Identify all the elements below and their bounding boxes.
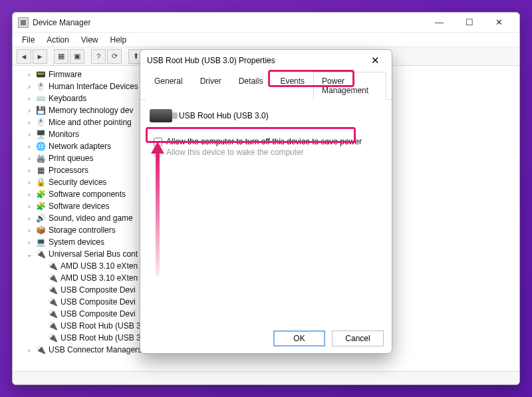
scan-button[interactable]: ⟳ xyxy=(107,49,122,64)
device-category-icon: 🌐 xyxy=(35,141,46,152)
properties-dialog: USB Root Hub (USB 3.0) Properties ✕ Gene… xyxy=(140,49,392,354)
device-category-icon: 💾 xyxy=(35,105,46,116)
expand-icon[interactable]: › xyxy=(25,179,34,186)
expand-icon[interactable]: › xyxy=(25,107,34,114)
device-category-icon: 🔌 xyxy=(35,344,46,355)
tree-item-label: Storage controllers xyxy=(49,225,116,235)
minimize-button[interactable]: — xyxy=(424,13,454,32)
device-category-icon: 🔌 xyxy=(47,309,58,319)
close-button[interactable]: ✕ xyxy=(484,13,514,32)
device-category-icon: 🧩 xyxy=(35,201,46,211)
tree-item-label: USB Composite Devi xyxy=(61,285,136,295)
tree-item-label: AMD USB 3.10 eXten xyxy=(61,273,138,283)
tree-item-label: USB Composite Devi xyxy=(61,297,136,307)
dialog-titlebar: USB Root Hub (USB 3.0) Properties ✕ xyxy=(140,50,392,71)
device-category-icon: 🔒 xyxy=(35,177,46,188)
expand-icon[interactable]: › xyxy=(25,71,34,78)
tab-general[interactable]: General xyxy=(146,72,192,100)
tab-power-management[interactable]: Power Management xyxy=(313,72,386,100)
ok-button[interactable]: OK xyxy=(273,331,325,346)
tree-item-label: USB Connector Managers xyxy=(49,345,142,354)
tree-item-label: USB Root Hub (USB 3. xyxy=(61,333,143,342)
device-category-icon: 📟 xyxy=(35,69,46,80)
expand-icon[interactable]: › xyxy=(25,203,34,210)
dialog-title: USB Root Hub (USB 3.0) Properties xyxy=(147,56,365,65)
device-category-icon: 💻 xyxy=(35,237,46,247)
tree-item-label: Memory technology dev xyxy=(49,106,133,115)
device-category-icon: 🔊 xyxy=(35,213,46,223)
toolbar-sep xyxy=(49,49,53,64)
tab-events[interactable]: Events xyxy=(271,72,313,100)
dialog-tabs: General Driver Details Events Power Mana… xyxy=(140,71,392,100)
statusbar xyxy=(13,371,519,384)
usb-plug-icon xyxy=(150,109,172,122)
menu-action[interactable]: Action xyxy=(41,34,74,46)
expand-icon[interactable]: › xyxy=(25,191,34,198)
device-category-icon: 🖱️ xyxy=(35,81,46,92)
show-hide-tree-button[interactable]: ▦ xyxy=(54,49,68,64)
expand-icon[interactable]: › xyxy=(25,131,34,138)
device-name-label: USB Root Hub (USB 3.0) xyxy=(179,111,269,120)
device-header-row: USB Root Hub (USB 3.0) xyxy=(150,109,382,122)
tree-item-label: USB Composite Devi xyxy=(61,309,136,319)
device-category-icon: 🖱️ xyxy=(35,117,46,128)
collapse-icon[interactable]: ⌄ xyxy=(25,251,34,258)
dialog-body: USB Root Hub (USB 3.0) Allow the compute… xyxy=(140,100,392,324)
expand-icon[interactable]: › xyxy=(25,155,34,162)
device-category-icon: 🔌 xyxy=(47,261,58,271)
device-category-icon: 🔌 xyxy=(35,249,46,259)
expand-icon[interactable]: › xyxy=(25,227,34,234)
tree-item-label: Sound, video and game xyxy=(49,213,133,223)
expand-icon[interactable]: › xyxy=(25,239,34,246)
expand-icon[interactable]: › xyxy=(25,215,34,222)
menu-file[interactable]: File xyxy=(17,34,40,46)
allow-wake-checkbox xyxy=(154,148,162,157)
maximize-button[interactable]: ☐ xyxy=(454,13,484,32)
app-icon xyxy=(18,17,29,28)
tree-item-label: Human Interface Devices xyxy=(49,82,138,91)
device-category-icon: 🔌 xyxy=(47,273,58,283)
expand-icon[interactable]: › xyxy=(25,143,34,150)
device-category-icon: 📦 xyxy=(35,225,46,235)
tab-driver[interactable]: Driver xyxy=(192,72,230,100)
menu-view[interactable]: View xyxy=(76,34,104,46)
device-category-icon: 🔌 xyxy=(47,332,58,343)
menubar: File Action View Help xyxy=(13,33,519,47)
tree-item-label: Processors xyxy=(49,166,88,175)
dialog-close-button[interactable]: ✕ xyxy=(365,55,385,66)
expand-icon[interactable]: › xyxy=(25,95,34,102)
dialog-button-row: OK Cancel xyxy=(140,324,392,353)
tree-item-label: Print queues xyxy=(49,154,93,163)
menu-help[interactable]: Help xyxy=(105,34,132,46)
allow-turn-off-row[interactable]: Allow the computer to turn off this devi… xyxy=(154,137,382,146)
back-button[interactable]: ◄ xyxy=(17,49,31,64)
tree-item-label: USB Root Hub (USB 3 xyxy=(61,321,141,331)
cancel-button[interactable]: Cancel xyxy=(332,331,384,346)
allow-turn-off-checkbox[interactable] xyxy=(154,138,162,146)
tree-item-label: Network adapters xyxy=(49,142,111,151)
tree-item-label: AMD USB 3.10 eXten xyxy=(61,261,138,271)
device-category-icon: 🔌 xyxy=(47,321,58,331)
help-button[interactable]: ? xyxy=(91,49,106,64)
expand-icon[interactable]: › xyxy=(25,119,34,126)
device-category-icon: 🖨️ xyxy=(35,153,46,164)
device-category-icon: ▦ xyxy=(35,165,46,176)
device-category-icon: 🧩 xyxy=(35,189,46,199)
tree-item-label: Keyboards xyxy=(49,94,86,103)
window-controls: — ☐ ✕ xyxy=(424,13,514,32)
toolbar-sep xyxy=(86,49,90,64)
titlebar: Device Manager — ☐ ✕ xyxy=(13,13,519,33)
tree-item-label: Universal Serial Bus cont xyxy=(49,249,138,259)
device-category-icon: 🔌 xyxy=(47,297,58,307)
expand-icon[interactable]: › xyxy=(25,346,34,354)
device-category-icon: 🖥️ xyxy=(35,129,46,140)
allow-wake-label: Allow this device to wake the computer xyxy=(166,148,304,157)
device-category-icon: ⌨️ xyxy=(35,93,46,104)
tab-details[interactable]: Details xyxy=(230,72,272,100)
forward-button[interactable]: ► xyxy=(33,49,47,64)
expand-icon[interactable]: › xyxy=(25,83,34,90)
toolbar-sep xyxy=(123,49,127,64)
expand-icon[interactable]: › xyxy=(25,167,34,174)
properties-button[interactable]: ▣ xyxy=(70,49,84,64)
allow-wake-row: Allow this device to wake the computer xyxy=(154,148,382,157)
